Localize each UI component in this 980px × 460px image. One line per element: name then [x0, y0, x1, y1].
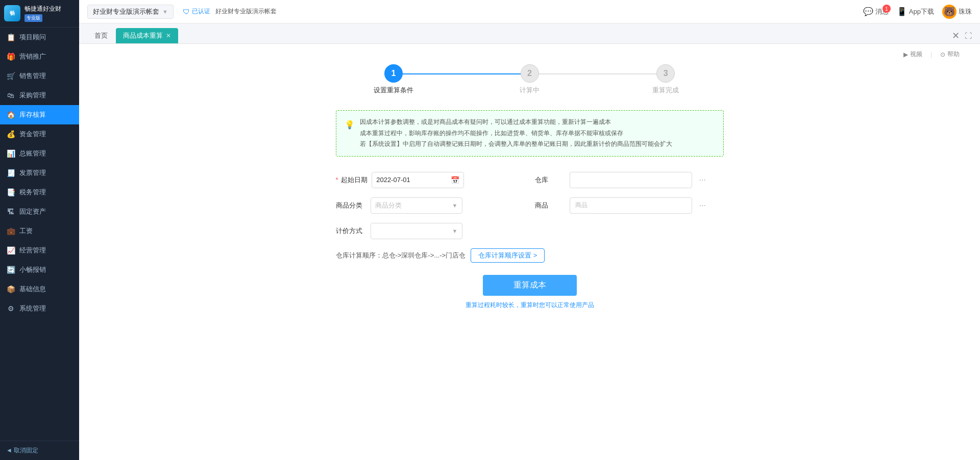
tab-home[interactable]: 首页 — [87, 28, 115, 43]
phone-icon: 📱 — [897, 7, 907, 16]
sidebar-item-invoice[interactable]: 🧾 发票管理 — [0, 163, 79, 183]
sidebar-item-label: 总账管理 — [19, 149, 46, 158]
form-row-3: 计价方式 ▼ — [336, 223, 724, 239]
sidebar-item-assets[interactable]: 🏗 固定资产 — [0, 202, 79, 221]
step-1: 1 设置重算条件 — [326, 64, 462, 95]
sidebar-item-inventory[interactable]: 🏠 库存核算 — [0, 105, 79, 124]
assets-icon: 🏗 — [6, 207, 15, 216]
step-1-number: 1 — [391, 69, 396, 78]
product-group: 商品 商品 ··· — [535, 197, 724, 214]
calendar-icon[interactable]: 📅 — [451, 176, 459, 184]
close-window-icon[interactable]: ✕ — [952, 30, 960, 41]
app-logo: 畅 — [4, 5, 20, 21]
sidebar-item-expense[interactable]: 🔄 小畅报销 — [0, 260, 79, 279]
tabbar: 首页 商品成本重算 ✕ ✕ ⛶ — [79, 23, 980, 44]
start-date-label: * 起始日期 — [336, 175, 368, 185]
finance-icon: 💰 — [6, 130, 15, 139]
ledger-icon: 📊 — [6, 149, 15, 158]
help-link[interactable]: ⊙ 帮助 — [940, 50, 960, 59]
sidebar-item-label: 小畅报销 — [19, 265, 46, 274]
app-download-button[interactable]: 📱 App下载 — [897, 7, 934, 16]
step-1-line — [394, 73, 530, 74]
sidebar-item-marketing[interactable]: 🎁 营销推广 — [0, 47, 79, 66]
payroll-icon: 💼 — [6, 226, 15, 236]
system-icon: ⚙ — [6, 304, 15, 313]
step-2-circle: 2 — [521, 64, 539, 83]
step-3-label: 重算完成 — [652, 86, 679, 95]
warehouse-label: 仓库 — [535, 175, 566, 185]
topbar: 好业财专业版演示帐套 ▼ 🛡 已认证 好业财专业版演示帐套 💬 消息 1 📱 A… — [79, 0, 980, 23]
sidebar-item-system[interactable]: ⚙ 系统管理 — [0, 299, 79, 318]
warehouse-more-button[interactable]: ··· — [696, 175, 709, 185]
warehouse-input[interactable] — [570, 172, 692, 188]
user-name: 珠珠 — [959, 7, 972, 16]
sidebar-item-ledger[interactable]: 📊 总账管理 — [0, 144, 79, 163]
info-text: 因成本计算参数调整，或是对商品成本有疑问时，可以通过成本重算功能，重新计算一遍成… — [360, 117, 672, 150]
sidebar-item-label: 税务管理 — [19, 188, 46, 197]
start-date-input[interactable] — [376, 176, 448, 184]
sidebar-item-label: 系统管理 — [19, 304, 46, 313]
inventory-icon: 🏠 — [6, 110, 15, 119]
product-more-button[interactable]: ··· — [696, 201, 709, 210]
sidebar-item-sales[interactable]: 🛒 销售管理 — [0, 66, 79, 86]
sales-icon: 🛒 — [6, 71, 15, 81]
certified-badge: 🛡 已认证 — [183, 7, 210, 16]
shield-icon: 🛡 — [183, 8, 190, 16]
pricing-select[interactable]: ▼ — [371, 223, 462, 239]
stepper: 1 设置重算条件 2 计算中 3 重算完成 — [326, 64, 734, 95]
step-2: 2 计算中 — [461, 64, 598, 95]
step-1-circle: 1 — [384, 64, 403, 83]
info-icon: 💡 — [345, 118, 355, 150]
account-selector[interactable]: 好业财专业版演示帐套 ▼ — [87, 5, 174, 19]
warehouse-order-row: 仓库计算顺序：总仓->深圳仓库->...->门店仓 仓库计算顺序设置 > — [336, 248, 724, 263]
step-3-number: 3 — [664, 69, 668, 78]
sidebar-item-label: 营销推广 — [19, 52, 46, 61]
expand-window-icon[interactable]: ⛶ — [965, 32, 972, 40]
warehouse-order-settings-button[interactable]: 仓库计算顺序设置 > — [471, 248, 545, 263]
category-chevron-icon: ▼ — [452, 202, 458, 209]
message-badge: 1 — [883, 5, 891, 13]
recalculate-hint: 重算过程耗时较长，重算时您可以正常使用产品 — [336, 301, 724, 310]
category-select[interactable]: 商品分类 ▼ — [371, 197, 462, 214]
sidebar-item-purchase[interactable]: 🛍 采购管理 — [0, 86, 79, 105]
tab-close-icon[interactable]: ✕ — [166, 32, 171, 39]
account-name: 好业财专业版演示帐套 — [93, 7, 159, 16]
sidebar-item-label: 固定资产 — [19, 207, 46, 216]
edition-badge: 专业版 — [24, 14, 42, 22]
start-date-group: * 起始日期 📅 — [336, 172, 525, 188]
sidebar-header: 畅 畅捷通好业财 专业版 — [0, 0, 79, 28]
required-star: * — [336, 176, 338, 184]
certified-account-text: 好业财专业版演示帐套 — [215, 7, 277, 16]
tax-icon: 📑 — [6, 188, 15, 197]
pricing-chevron-icon: ▼ — [452, 228, 458, 234]
info-box: 💡 因成本计算参数调整，或是对商品成本有疑问时，可以通过成本重算功能，重新计算一… — [336, 110, 724, 157]
message-button[interactable]: 💬 消息 1 — [863, 7, 889, 16]
product-placeholder: 商品 — [575, 201, 687, 210]
sidebar-item-finance[interactable]: 💰 资金管理 — [0, 124, 79, 144]
account-dropdown-icon: ▼ — [162, 9, 168, 15]
recalculate-button[interactable]: 重算成本 — [483, 275, 577, 296]
certified-label: 已认证 — [192, 7, 210, 16]
category-label: 商品分类 — [336, 201, 366, 210]
tab-recalculate[interactable]: 商品成本重算 ✕ — [116, 28, 178, 43]
sidebar-unpin-button[interactable]: ◄ 取消固定 — [0, 441, 79, 460]
sidebar-item-base[interactable]: 📦 基础信息 — [0, 279, 79, 299]
sidebar-item-payroll[interactable]: 💼 工资 — [0, 221, 79, 241]
form-row-1: * 起始日期 📅 仓库 ··· — [336, 172, 724, 188]
help-label: 帮助 — [947, 50, 960, 59]
sidebar-item-label: 采购管理 — [19, 91, 46, 100]
purchase-icon: 🛍 — [6, 91, 15, 100]
video-link[interactable]: ▶ 视频 — [903, 50, 922, 59]
marketing-icon: 🎁 — [6, 52, 15, 61]
logo-text: 畅 — [10, 10, 15, 17]
sidebar-item-dashboard[interactable]: 📋 项目顾问 — [0, 28, 79, 47]
product-input[interactable]: 商品 — [570, 197, 692, 214]
user-menu[interactable]: 🐻 珠珠 — [942, 5, 972, 19]
help-icon: ⊙ — [940, 51, 945, 58]
unpin-label: ◄ 取消固定 — [6, 446, 38, 455]
start-date-input-wrapper[interactable]: 📅 — [372, 172, 464, 188]
sidebar-item-tax[interactable]: 📑 税务管理 — [0, 183, 79, 202]
invoice-icon: 🧾 — [6, 168, 15, 177]
divider: | — [930, 51, 932, 58]
sidebar-item-ops[interactable]: 📈 经营管理 — [0, 241, 79, 260]
